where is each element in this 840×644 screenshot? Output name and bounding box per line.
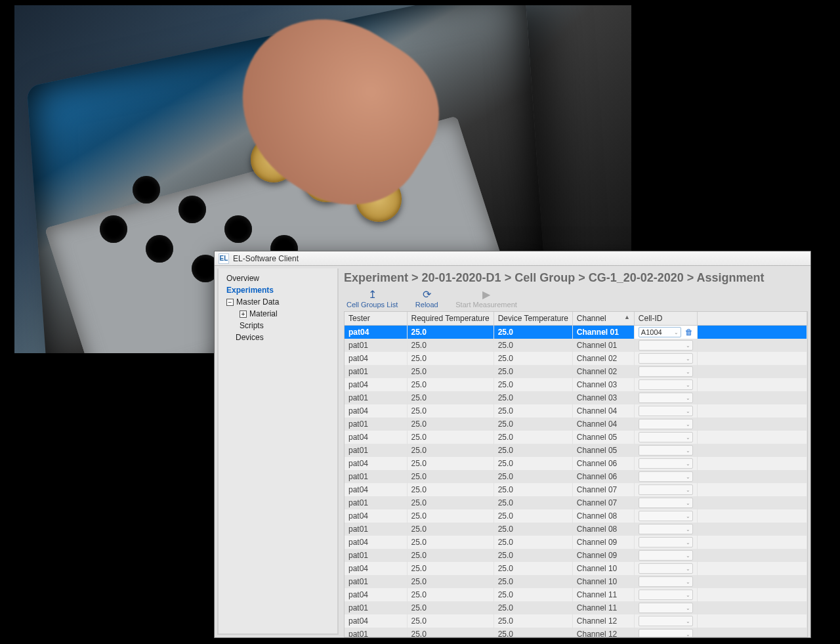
- table-row[interactable]: pat0125.025.0Channel 09⌄: [345, 549, 807, 562]
- table-row[interactable]: pat0125.025.0Channel 08⌄: [345, 523, 807, 536]
- cell-spacer: [697, 562, 807, 575]
- cell-cellid[interactable]: ⌄: [634, 404, 697, 418]
- table-row[interactable]: pat0125.025.0Channel 02⌄: [345, 365, 807, 378]
- cell-channel: Channel 03: [572, 378, 634, 391]
- table-row[interactable]: pat0425.025.0Channel 07⌄: [345, 483, 807, 496]
- cell-cellid[interactable]: ⌄: [634, 431, 697, 444]
- cell-cellid[interactable]: ⌄: [634, 549, 697, 562]
- table-row[interactable]: pat0125.025.0Channel 04⌄: [345, 418, 807, 431]
- table-row[interactable]: pat0425.025.0Channel 04⌄: [345, 404, 807, 418]
- table-row[interactable]: pat0125.025.0Channel 11⌄: [345, 601, 807, 614]
- table-row[interactable]: pat0125.025.0Channel 10⌄: [345, 575, 807, 588]
- title-bar[interactable]: EL EL-Software Client: [215, 251, 810, 266]
- cellid-dropdown[interactable]: ⌄: [639, 590, 693, 600]
- cellid-dropdown[interactable]: ⌄: [639, 511, 693, 521]
- expand-icon[interactable]: +: [240, 311, 247, 318]
- cell-cellid[interactable]: ⌄: [634, 470, 697, 483]
- cell-cellid[interactable]: ⌄: [634, 418, 697, 431]
- cell-dev-temp: 25.0: [494, 365, 572, 378]
- cellid-dropdown[interactable]: ⌄: [639, 629, 693, 637]
- sidebar-item-devices[interactable]: Devices: [221, 332, 335, 343]
- cell-cellid[interactable]: A1004⌄🗑: [634, 326, 697, 339]
- cell-cellid[interactable]: ⌄: [634, 339, 697, 352]
- col-tester[interactable]: Tester: [345, 312, 407, 326]
- table-row[interactable]: pat0425.025.0Channel 03⌄: [345, 378, 807, 391]
- table-row[interactable]: pat0425.025.0Channel 09⌄: [345, 536, 807, 549]
- sidebar-item-overview[interactable]: Overview: [221, 272, 335, 284]
- cellid-dropdown[interactable]: ⌄: [639, 393, 693, 403]
- cellid-dropdown[interactable]: A1004⌄: [639, 327, 681, 337]
- table-row[interactable]: pat0425.025.0Channel 01A1004⌄🗑: [345, 326, 807, 339]
- collapse-icon[interactable]: −: [226, 299, 234, 306]
- cell-cellid[interactable]: ⌄: [634, 588, 697, 601]
- assignment-table-wrap[interactable]: Tester Required Temperature Device Tempe…: [344, 312, 808, 637]
- table-row[interactable]: pat0425.025.0Channel 05⌄: [345, 431, 807, 444]
- table-row[interactable]: pat0425.025.0Channel 08⌄: [345, 509, 807, 523]
- cellid-dropdown[interactable]: ⌄: [639, 484, 693, 495]
- cell-cellid[interactable]: ⌄: [634, 457, 697, 470]
- table-row[interactable]: pat0425.025.0Channel 11⌄: [345, 588, 807, 601]
- cellid-dropdown[interactable]: ⌄: [639, 406, 693, 416]
- cellid-dropdown[interactable]: ⌄: [639, 576, 693, 587]
- start-measurement-button: ▶ Start Measurement: [455, 289, 517, 309]
- cell-cellid[interactable]: ⌄: [634, 601, 697, 614]
- col-channel[interactable]: Channel▲: [572, 312, 634, 326]
- cell-cellid[interactable]: ⌄: [634, 562, 697, 575]
- cellid-dropdown[interactable]: ⌄: [639, 471, 693, 482]
- cellid-dropdown[interactable]: ⌄: [639, 563, 693, 574]
- cellid-dropdown[interactable]: ⌄: [639, 379, 693, 390]
- delete-icon[interactable]: 🗑: [685, 328, 693, 337]
- sidebar-item-scripts[interactable]: Scripts: [221, 320, 335, 332]
- col-devtemp[interactable]: Device Temperature: [494, 312, 572, 326]
- cell-tester: pat04: [345, 352, 407, 365]
- col-cellid[interactable]: Cell-ID: [634, 312, 697, 326]
- cellid-dropdown[interactable]: ⌄: [639, 366, 693, 377]
- cellid-dropdown[interactable]: ⌄: [639, 498, 693, 508]
- cell-cellid[interactable]: ⌄: [634, 523, 697, 536]
- cellid-dropdown[interactable]: ⌄: [639, 340, 693, 351]
- table-row[interactable]: pat0125.025.0Channel 05⌄: [345, 444, 807, 457]
- cellid-dropdown[interactable]: ⌄: [639, 550, 693, 561]
- cell-cellid[interactable]: ⌄: [634, 628, 697, 637]
- table-row[interactable]: pat0425.025.0Channel 10⌄: [345, 562, 807, 575]
- cellid-dropdown[interactable]: ⌄: [639, 537, 693, 547]
- cellid-dropdown[interactable]: ⌄: [639, 458, 693, 469]
- cell-spacer: [697, 536, 807, 549]
- cell-spacer: [697, 365, 807, 378]
- cell-cellid[interactable]: ⌄: [634, 483, 697, 496]
- table-row[interactable]: pat0125.025.0Channel 07⌄: [345, 496, 807, 509]
- cell-cellid[interactable]: ⌄: [634, 575, 697, 588]
- sidebar-item-masterdata[interactable]: −Master Data: [221, 296, 335, 308]
- table-row[interactable]: pat0125.025.0Channel 06⌄: [345, 470, 807, 483]
- cell-cellid[interactable]: ⌄: [634, 614, 697, 628]
- sidebar-item-experiments[interactable]: Experiments: [221, 284, 335, 296]
- cellid-dropdown[interactable]: ⌄: [639, 616, 693, 626]
- table-row[interactable]: pat0425.025.0Channel 12⌄: [345, 614, 807, 628]
- table-row[interactable]: pat0125.025.0Channel 12⌄: [345, 628, 807, 637]
- cell-cellid[interactable]: ⌄: [634, 352, 697, 365]
- cell-spacer: [697, 601, 807, 614]
- sidebar-item-material[interactable]: +Material: [221, 308, 335, 320]
- cellid-dropdown[interactable]: ⌄: [639, 432, 693, 442]
- cellid-dropdown[interactable]: ⌄: [639, 445, 693, 456]
- sort-asc-icon: ▲: [624, 314, 630, 320]
- reload-button[interactable]: ⟳ Reload: [407, 289, 446, 309]
- cell-cellid[interactable]: ⌄: [634, 444, 697, 457]
- table-row[interactable]: pat0125.025.0Channel 01⌄: [345, 339, 807, 352]
- cellid-dropdown[interactable]: ⌄: [639, 419, 693, 429]
- cell-cellid[interactable]: ⌄: [634, 536, 697, 549]
- table-row[interactable]: pat0425.025.0Channel 02⌄: [345, 352, 807, 365]
- cellid-dropdown[interactable]: ⌄: [639, 524, 693, 534]
- table-row[interactable]: pat0425.025.0Channel 06⌄: [345, 457, 807, 470]
- cell-cellid[interactable]: ⌄: [634, 378, 697, 391]
- cell-groups-list-button[interactable]: ↥ Cell Groups List: [346, 289, 398, 309]
- chevron-down-icon: ⌄: [686, 435, 690, 440]
- cellid-dropdown[interactable]: ⌄: [639, 603, 693, 613]
- col-reqtemp[interactable]: Required Temperature: [407, 312, 494, 326]
- cell-cellid[interactable]: ⌄: [634, 391, 697, 404]
- cell-cellid[interactable]: ⌄: [634, 365, 697, 378]
- cellid-dropdown[interactable]: ⌄: [639, 353, 693, 364]
- cell-cellid[interactable]: ⌄: [634, 509, 697, 523]
- cell-cellid[interactable]: ⌄: [634, 496, 697, 509]
- table-row[interactable]: pat0125.025.0Channel 03⌄: [345, 391, 807, 404]
